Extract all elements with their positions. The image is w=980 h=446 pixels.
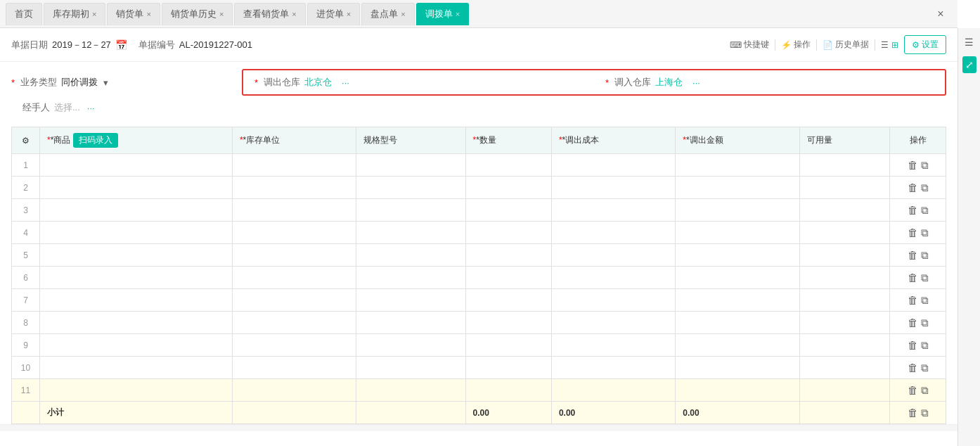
- layout-icon-1[interactable]: ☰: [881, 40, 889, 50]
- row-amount-3[interactable]: [676, 199, 799, 222]
- row-quantity-5[interactable]: [465, 244, 551, 267]
- copy-icon-11[interactable]: ⧉: [921, 384, 929, 397]
- row-quantity-8[interactable]: [465, 312, 551, 334]
- warehouse-out-value[interactable]: 北京仓: [304, 76, 332, 89]
- tab-purchase-close[interactable]: ×: [347, 10, 351, 18]
- tab-inventory-check-close[interactable]: ×: [401, 10, 405, 18]
- delete-icon-3[interactable]: 🗑: [908, 204, 918, 216]
- subtotal-copy-icon[interactable]: ⧉: [921, 407, 929, 419]
- row-quantity-11[interactable]: [465, 379, 551, 402]
- handler-more[interactable]: ···: [87, 103, 95, 113]
- subtotal-delete-icon[interactable]: 🗑: [908, 407, 918, 419]
- row-product-5[interactable]: [40, 244, 233, 267]
- delete-icon-5[interactable]: 🗑: [908, 249, 918, 261]
- row-cost-3[interactable]: [551, 199, 675, 222]
- row-cost-7[interactable]: [551, 289, 675, 312]
- history-button[interactable]: 📄 历史单据: [823, 39, 869, 51]
- tab-view-sales-close[interactable]: ×: [292, 10, 296, 18]
- copy-icon-7[interactable]: ⧉: [921, 294, 929, 307]
- copy-icon-10[interactable]: ⧉: [921, 362, 929, 374]
- delete-icon-7[interactable]: 🗑: [908, 294, 918, 306]
- row-product-4[interactable]: [40, 222, 233, 244]
- row-amount-1[interactable]: [676, 154, 799, 177]
- bottom-scrollbar[interactable]: [0, 424, 958, 431]
- row-cost-5[interactable]: [551, 244, 675, 267]
- row-cost-1[interactable]: [551, 154, 675, 177]
- tab-sales-order[interactable]: 销货单 ×: [107, 3, 160, 25]
- row-product-9[interactable]: [40, 334, 233, 357]
- settings-button[interactable]: ⚙ 设置: [904, 35, 946, 54]
- row-product-11[interactable]: [40, 379, 233, 402]
- copy-icon-4[interactable]: ⧉: [921, 227, 929, 239]
- sidebar-list-icon[interactable]: ☰: [962, 34, 976, 51]
- row-amount-6[interactable]: [676, 267, 799, 289]
- row-cost-6[interactable]: [551, 267, 675, 289]
- operation-button[interactable]: ⚡ 操作: [781, 39, 811, 51]
- row-cost-4[interactable]: [551, 222, 675, 244]
- copy-icon-5[interactable]: ⧉: [921, 249, 929, 262]
- delete-icon-2[interactable]: 🗑: [908, 181, 918, 193]
- scan-button[interactable]: 扫码录入: [73, 133, 118, 148]
- tab-purchase[interactable]: 进货单 ×: [307, 3, 360, 25]
- handler-select[interactable]: 选择...: [54, 101, 80, 114]
- delete-icon-4[interactable]: 🗑: [908, 227, 918, 238]
- row-amount-7[interactable]: [676, 289, 799, 312]
- copy-icon-6[interactable]: ⧉: [921, 272, 929, 284]
- row-quantity-6[interactable]: [465, 267, 551, 289]
- row-product-7[interactable]: [40, 289, 233, 312]
- row-amount-5[interactable]: [676, 244, 799, 267]
- row-amount-11[interactable]: [676, 379, 799, 402]
- row-quantity-4[interactable]: [465, 222, 551, 244]
- tab-sales-order-close[interactable]: ×: [146, 10, 150, 18]
- row-product-6[interactable]: [40, 267, 233, 289]
- sidebar-expand-icon[interactable]: ⤢: [962, 56, 976, 73]
- page-close-button[interactable]: ×: [929, 3, 952, 25]
- delete-icon-6[interactable]: 🗑: [908, 272, 918, 283]
- row-cost-11[interactable]: [551, 379, 675, 402]
- row-cost-10[interactable]: [551, 357, 675, 379]
- row-quantity-10[interactable]: [465, 357, 551, 379]
- tab-inventory-check[interactable]: 盘点单 ×: [361, 3, 414, 25]
- delete-icon-11[interactable]: 🗑: [908, 384, 918, 396]
- warehouse-in-more[interactable]: ···: [692, 77, 700, 88]
- tab-transfer-close[interactable]: ×: [456, 10, 460, 18]
- row-amount-9[interactable]: [676, 334, 799, 357]
- copy-icon-1[interactable]: ⧉: [921, 159, 929, 172]
- copy-icon-8[interactable]: ⧉: [921, 317, 929, 329]
- delete-icon-1[interactable]: 🗑: [908, 159, 918, 171]
- calendar-icon[interactable]: 📅: [115, 39, 127, 51]
- row-amount-10[interactable]: [676, 357, 799, 379]
- shortcut-button[interactable]: ⌨ 快捷键: [730, 39, 769, 51]
- row-product-10[interactable]: [40, 357, 233, 379]
- warehouse-in-value[interactable]: 上海仓: [655, 76, 683, 89]
- tab-sales-history-close[interactable]: ×: [219, 10, 224, 18]
- row-product-3[interactable]: [40, 199, 233, 222]
- row-cost-9[interactable]: [551, 334, 675, 357]
- row-quantity-7[interactable]: [465, 289, 551, 312]
- row-product-1[interactable]: [40, 154, 233, 177]
- date-value[interactable]: 2019－12－27: [52, 39, 111, 51]
- warehouse-out-more[interactable]: ···: [342, 77, 349, 88]
- row-amount-4[interactable]: [676, 222, 799, 244]
- delete-icon-9[interactable]: 🗑: [908, 339, 918, 351]
- row-quantity-9[interactable]: [465, 334, 551, 357]
- row-quantity-3[interactable]: [465, 199, 551, 222]
- copy-icon-3[interactable]: ⧉: [921, 204, 929, 217]
- business-type-select[interactable]: 同价调拨 ▾: [61, 76, 108, 89]
- delete-icon-8[interactable]: 🗑: [908, 317, 918, 329]
- row-quantity-2[interactable]: [465, 177, 551, 199]
- row-product-8[interactable]: [40, 312, 233, 334]
- row-cost-8[interactable]: [551, 312, 675, 334]
- tab-transfer[interactable]: 调拨单 ×: [416, 3, 469, 25]
- row-amount-8[interactable]: [676, 312, 799, 334]
- copy-icon-9[interactable]: ⧉: [921, 339, 929, 352]
- copy-icon-2[interactable]: ⧉: [921, 181, 929, 194]
- row-quantity-1[interactable]: [465, 154, 551, 177]
- tab-inventory-init-close[interactable]: ×: [92, 10, 96, 18]
- tab-sales-history[interactable]: 销货单历史 ×: [162, 3, 233, 25]
- row-product-2[interactable]: [40, 177, 233, 199]
- tab-view-sales[interactable]: 查看销货单 ×: [234, 3, 305, 25]
- row-cost-2[interactable]: [551, 177, 675, 199]
- tab-inventory-init[interactable]: 库存期初 ×: [44, 3, 105, 25]
- tab-home[interactable]: 首页: [6, 3, 42, 25]
